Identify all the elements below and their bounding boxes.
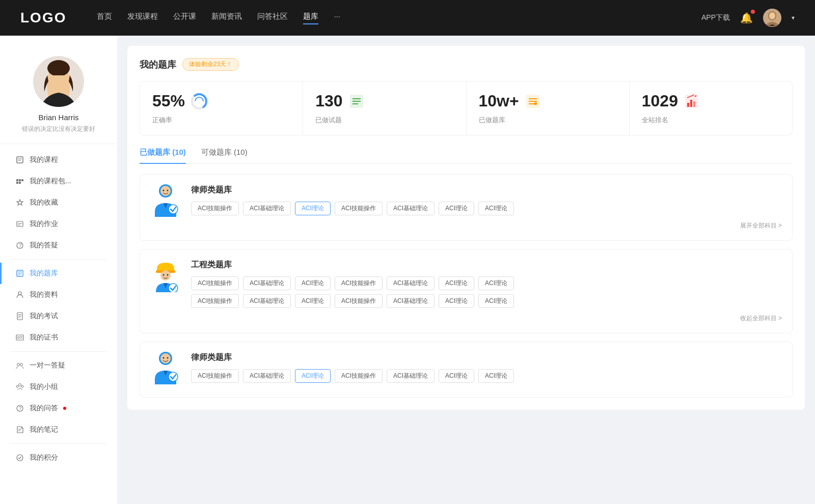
app-download-link[interactable]: APP下载 <box>701 13 730 22</box>
svg-point-66 <box>160 270 171 281</box>
sidebar-item-qbank[interactable]: 我的题库 <box>0 263 117 284</box>
divider-1 <box>10 259 107 260</box>
stat-total-label: 已做题库 <box>479 116 617 125</box>
tag-0-5[interactable]: ACI理论 <box>439 202 474 215</box>
nav-home[interactable]: 首页 <box>97 12 112 24</box>
rank-icon <box>683 93 700 110</box>
qanda-icon: ? <box>15 241 24 250</box>
stat-rank-value: 1029 <box>642 92 678 110</box>
sidebar-item-myqa[interactable]: ? 我的问答 <box>0 398 117 419</box>
expand-link-1[interactable]: 收起全部科目 > <box>191 312 782 323</box>
svg-point-63 <box>163 189 165 191</box>
exam-icon <box>15 312 24 321</box>
tag-1-5[interactable]: ACI理论 <box>439 276 474 290</box>
sidebar-label-myqa: 我的问答 <box>30 404 58 413</box>
svg-point-6 <box>47 60 70 76</box>
svg-point-37 <box>21 385 23 387</box>
sidebar-item-points[interactable]: 我的积分 <box>0 447 117 468</box>
sidebar-item-1on1[interactable]: 一对一答疑 <box>0 355 117 376</box>
tag-0-1[interactable]: ACI基础理论 <box>243 202 291 215</box>
sidebar-label-favorites: 我的收藏 <box>30 198 58 207</box>
stat-rank-label: 全站排名 <box>642 116 780 125</box>
tag-1-4[interactable]: ACI基础理论 <box>387 276 434 290</box>
svg-point-73 <box>163 357 165 358</box>
sidebar-item-exam[interactable]: 我的考试 <box>0 305 117 327</box>
tag-1-13[interactable]: ACI理论 <box>478 294 514 308</box>
svg-rect-13 <box>16 182 18 184</box>
nav-more[interactable]: ··· <box>334 12 340 24</box>
svg-point-71 <box>169 372 178 381</box>
content-card: 我的题库 体验剩余23天！ 55% 正确率 <box>127 46 805 410</box>
user-avatar-nav[interactable] <box>763 9 781 27</box>
tag-1-10[interactable]: ACI技能操作 <box>335 294 383 308</box>
tag-0-0[interactable]: ACI技能操作 <box>191 202 239 215</box>
tag-2-1[interactable]: ACI基础理论 <box>243 369 291 383</box>
tag-1-1[interactable]: ACI基础理论 <box>243 276 291 290</box>
notification-bell[interactable]: 🔔 <box>740 12 753 24</box>
lawyer-svg-1 <box>151 351 180 384</box>
tag-2-4[interactable]: ACI基础理论 <box>387 369 434 383</box>
stat-total-main: 10w+ <box>479 92 617 110</box>
tag-2-2[interactable]: ACI理论 <box>295 369 331 383</box>
sidebar: Brian Harris 错误的决定比没有决定要好 我的课程 我的课程包... <box>0 36 117 504</box>
svg-rect-57 <box>690 100 692 107</box>
qa-badge <box>63 407 66 410</box>
tab-done[interactable]: 已做题库 (10) <box>140 148 186 163</box>
tag-2-0[interactable]: ACI技能操作 <box>191 369 239 383</box>
sidebar-label-certificate: 我的证书 <box>30 333 58 342</box>
stat-done-label: 已做试题 <box>315 116 453 125</box>
tag-2-3[interactable]: ACI技能操作 <box>335 369 383 383</box>
sidebar-label-packages: 我的课程包... <box>30 177 71 186</box>
tag-1-12[interactable]: ACI理论 <box>439 294 474 308</box>
user-menu-chevron[interactable]: ▾ <box>792 14 795 21</box>
lawyer-svg-0 <box>151 184 180 217</box>
tag-1-0[interactable]: ACI技能操作 <box>191 276 239 290</box>
sidebar-item-qanda[interactable]: ? 我的答疑 <box>0 235 117 256</box>
svg-point-61 <box>169 205 178 214</box>
sidebar-item-packages[interactable]: 我的课程包... <box>0 171 117 192</box>
nav-news[interactable]: 新闻资讯 <box>211 12 242 24</box>
sidebar-item-group[interactable]: 我的小组 <box>0 376 117 398</box>
nav-qbank[interactable]: 题库 <box>303 12 318 24</box>
tag-0-6[interactable]: ACI理论 <box>478 202 514 215</box>
tag-1-7[interactable]: ACI技能操作 <box>191 294 239 308</box>
myqa-icon: ? <box>15 404 24 413</box>
sidebar-item-homework[interactable]: 我的作业 <box>0 213 117 235</box>
qbank-title-2: 律师类题库 <box>191 352 782 363</box>
tab-available[interactable]: 可做题库 (10) <box>201 148 248 163</box>
nav-links: 首页 发现课程 公开课 新闻资讯 问答社区 题库 ··· <box>97 12 681 24</box>
tag-1-11[interactable]: ACI基础理论 <box>387 294 434 308</box>
qbank-icon-2 <box>150 352 181 383</box>
sidebar-item-courses[interactable]: 我的课程 <box>0 149 117 171</box>
user-avatar <box>33 56 84 107</box>
svg-rect-7 <box>17 157 23 163</box>
nav-discover[interactable]: 发现课程 <box>127 12 158 24</box>
nav-mooc[interactable]: 公开课 <box>173 12 196 24</box>
qbank-content-0: 律师类题库 ACI技能操作 ACI基础理论 ACI理论 ACI技能操作 ACI基… <box>191 185 782 230</box>
tag-1-8[interactable]: ACI基础理论 <box>243 294 291 308</box>
avatar-image <box>763 9 781 27</box>
tag-1-9[interactable]: ACI理论 <box>295 294 331 308</box>
sidebar-item-profile[interactable]: 我的资料 <box>0 284 117 305</box>
sidebar-item-notes[interactable]: 我的笔记 <box>0 419 117 440</box>
svg-point-74 <box>167 357 169 358</box>
tag-1-3[interactable]: ACI技能操作 <box>335 276 383 290</box>
tag-2-5[interactable]: ACI理论 <box>439 369 474 383</box>
tag-0-2[interactable]: ACI理论 <box>295 202 331 215</box>
nav-qa[interactable]: 问答社区 <box>257 12 288 24</box>
sidebar-item-certificate[interactable]: 我的证书 <box>0 327 117 348</box>
tag-0-4[interactable]: ACI基础理论 <box>387 202 434 215</box>
tags-row-1a: ACI技能操作 ACI基础理论 ACI理论 ACI技能操作 ACI基础理论 AC… <box>191 276 782 290</box>
tag-0-3[interactable]: ACI技能操作 <box>335 202 383 215</box>
stat-done: 130 已做试题 <box>303 81 466 135</box>
tag-1-6[interactable]: ACI理论 <box>478 276 514 290</box>
tag-2-6[interactable]: ACI理论 <box>478 369 514 383</box>
divider-2 <box>10 351 107 352</box>
sidebar-item-favorites[interactable]: 我的收藏 <box>0 192 117 213</box>
tag-1-2[interactable]: ACI理论 <box>295 276 331 290</box>
expand-link-0[interactable]: 展开全部科目 > <box>191 219 782 230</box>
qbank-card-1: 工程类题库 ACI技能操作 ACI基础理论 ACI理论 ACI技能操作 ACI基… <box>140 249 793 333</box>
avatar-svg <box>33 56 84 107</box>
user-motto: 错误的决定比没有决定要好 <box>10 125 107 133</box>
svg-text:?: ? <box>19 243 22 248</box>
